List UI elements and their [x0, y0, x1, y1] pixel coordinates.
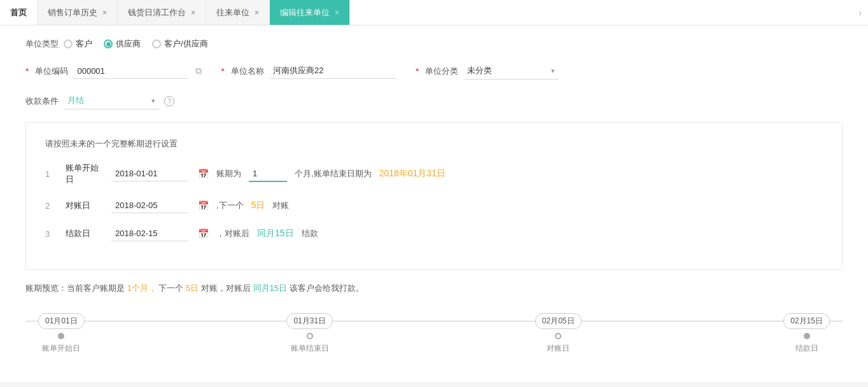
timeline-dot-1: [307, 333, 313, 339]
tab-sales-history[interactable]: 销售订单历史 ×: [38, 0, 118, 25]
reconcile-desc-prefix: ,下一个: [216, 200, 244, 211]
help-icon[interactable]: ?: [164, 96, 174, 106]
payment-date[interactable]: [111, 226, 188, 241]
close-icon[interactable]: ×: [102, 8, 107, 17]
unit-category-group: * 单位分类 未分类 ▾: [416, 62, 559, 80]
bill-start-date[interactable]: [111, 166, 188, 181]
row-num-1: 1: [45, 169, 58, 179]
row-num-3: 3: [45, 229, 58, 239]
radio-customer-circle: [64, 39, 73, 48]
required-star: *: [25, 66, 29, 76]
unit-type-row: 单位类型 客户 供应商 客户/供应商: [25, 38, 843, 50]
radio-supplier-circle: [104, 39, 113, 48]
reconcile-row: 2 对账日 📅 ,下一个 5日 对账: [45, 198, 823, 213]
tab-cash-work-label: 钱货日清工作台: [128, 7, 186, 18]
tab-cash-work[interactable]: 钱货日清工作台 ×: [118, 0, 206, 25]
close-icon[interactable]: ×: [191, 8, 195, 17]
unit-type-group: 单位类型 客户 供应商 客户/供应商: [25, 38, 208, 50]
preview-text: 账期预览：当前客户账期是 1个月， 下一个 5日 对账，对账后 同月15日 该客…: [25, 283, 843, 294]
close-icon[interactable]: ×: [255, 8, 259, 17]
unit-info-row: * 单位编码 ⧉ * 单位名称 * 单位分类 未分类 ▾: [25, 62, 843, 80]
required-star-cat: *: [416, 66, 419, 76]
category-dropdown-icon: ▾: [551, 67, 555, 75]
unit-code-input[interactable]: [73, 64, 188, 79]
unit-code-group: * 单位编码 ⧉: [25, 64, 202, 79]
bill-start-label: 账单开始日: [66, 162, 104, 185]
payment-terms-label: 收款条件: [25, 95, 59, 107]
bill-start-row: 1 账单开始日 📅 账期为 个月,账单结束日期为 2018年01月31日: [45, 162, 823, 185]
preview-reconcile-prefix: 下一个: [158, 283, 183, 293]
timeline-point-2: 02月05日 对账日: [535, 313, 582, 354]
preview-payment-highlight: 同月15日: [253, 283, 287, 293]
unit-name-label: 单位名称: [231, 66, 264, 77]
radio-both[interactable]: 客户/供应商: [152, 38, 208, 50]
payment-terms-select[interactable]: 月结 ▾: [64, 92, 159, 109]
calendar-icon-1[interactable]: 📅: [198, 169, 209, 179]
timeline-point-1: 01月31日 账单结束日: [286, 313, 333, 354]
timeline-dot-0: [58, 333, 64, 339]
copy-icon[interactable]: ⧉: [195, 66, 202, 76]
radio-customer-label: 客户: [76, 38, 92, 50]
payment-desc-suffix: 结款: [302, 228, 318, 239]
section-title: 请按照未来的一个完整帐期进行设置: [45, 138, 823, 150]
timeline-sublabel-1: 账单结束日: [291, 343, 329, 354]
radio-both-label: 客户/供应商: [164, 38, 208, 50]
reconcile-desc-suffix: 对账: [272, 200, 289, 211]
period-input[interactable]: [249, 166, 287, 182]
unit-category-select[interactable]: 未分类 ▾: [463, 62, 559, 80]
radio-both-circle: [152, 39, 161, 48]
tab-sales-history-label: 销售订单历史: [48, 7, 97, 18]
unit-category-value: 未分类: [467, 65, 547, 76]
unit-type-label: 单位类型: [25, 38, 59, 50]
radio-group: 客户 供应商 客户/供应商: [64, 38, 208, 50]
radio-supplier-label: 供应商: [116, 38, 141, 50]
timeline-badge-0: 01月01日: [38, 313, 85, 329]
reconcile-date[interactable]: [111, 198, 188, 213]
main-content: 单位类型 客户 供应商 客户/供应商 * 单位编码: [0, 25, 868, 382]
payment-terms-dropdown-icon: ▾: [151, 97, 155, 105]
unit-name-input[interactable]: [269, 64, 396, 79]
tab-edit-partner[interactable]: 编辑往来单位 ×: [270, 0, 350, 25]
preview-suffix: 该客户会给我打款。: [290, 283, 364, 293]
timeline-sublabel-0: 账单开始日: [42, 343, 80, 354]
timeline-badge-3: 02月15日: [783, 313, 830, 329]
radio-customer[interactable]: 客户: [64, 38, 92, 50]
timeline-container: 01月01日 账单开始日 01月31日 账单结束日 02月05日 对账日 02月…: [25, 313, 843, 354]
tab-home[interactable]: 首页: [0, 0, 38, 25]
calendar-icon-2[interactable]: 📅: [198, 201, 209, 211]
unit-code-label: 单位编码: [35, 66, 68, 77]
timeline-dot-3: [804, 333, 810, 339]
tab-partner[interactable]: 往来单位 ×: [206, 0, 270, 25]
tab-home-label: 首页: [10, 7, 27, 18]
timeline-points: 01月01日 账单开始日 01月31日 账单结束日 02月05日 对账日 02月…: [38, 313, 830, 354]
payment-row: 3 结款日 📅 ，对账后 同月15日 结款: [45, 226, 823, 241]
timeline-badge-1: 01月31日: [286, 313, 333, 329]
calendar-icon-3[interactable]: 📅: [198, 229, 209, 239]
period-suffix: 个月,账单结束日期为: [295, 168, 372, 179]
preview-prefix: 账期预览：当前客户账期是: [25, 283, 125, 293]
payment-terms-value: 月结: [67, 95, 148, 106]
timeline-sublabel-2: 对账日: [547, 343, 570, 354]
payment-highlight: 同月15日: [257, 228, 294, 239]
tab-partner-label: 往来单位: [216, 7, 249, 18]
timeline-badge-2: 02月05日: [535, 313, 582, 329]
unit-category-label: 单位分类: [425, 66, 458, 77]
required-star-name: *: [221, 66, 224, 76]
payment-label: 结款日: [66, 228, 104, 239]
preview-reconcile-middle: 对账，对账后: [201, 283, 251, 293]
preview-reconcile-highlight: 5日: [186, 283, 199, 293]
settings-section: 请按照未来的一个完整帐期进行设置 1 账单开始日 📅 账期为 个月,账单结束日期…: [25, 122, 843, 270]
unit-name-group: * 单位名称: [221, 64, 396, 79]
close-icon[interactable]: ×: [335, 8, 339, 17]
radio-supplier[interactable]: 供应商: [104, 38, 141, 50]
tab-edit-partner-label: 编辑往来单位: [280, 7, 330, 18]
preview-months: 1个月，: [127, 283, 157, 293]
timeline-point-3: 02月15日 结款日: [783, 313, 830, 354]
tab-bar: 首页 销售订单历史 × 钱货日清工作台 × 往来单位 × 编辑往来单位 × ›: [0, 0, 868, 25]
tab-scroll-arrow[interactable]: ›: [852, 0, 868, 25]
reconcile-highlight: 5日: [251, 200, 265, 211]
timeline-point-0: 01月01日 账单开始日: [38, 313, 85, 354]
reconcile-label: 对账日: [66, 200, 104, 211]
period-end-date: 2018年01月31日: [379, 168, 445, 179]
payment-desc-prefix: ，对账后: [216, 228, 249, 239]
